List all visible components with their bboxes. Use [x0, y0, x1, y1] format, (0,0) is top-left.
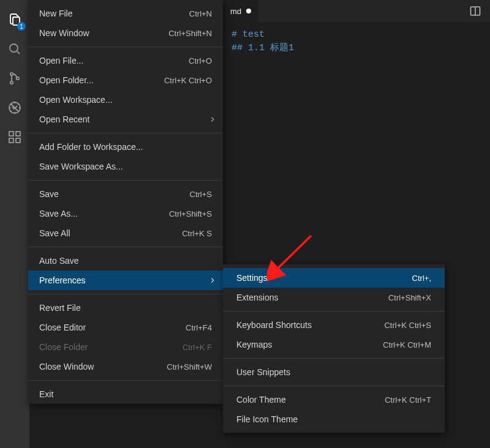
tab-filename: md	[230, 7, 241, 16]
menu-item-shortcut: Ctrl+S	[190, 190, 212, 199]
menu-new-window[interactable]: New Window Ctrl+Shift+N	[28, 23, 223, 43]
menu-item-shortcut: Ctrl+F4	[186, 323, 212, 332]
menu-item-label: New File	[39, 9, 189, 18]
menu-item-label: Close Folder	[39, 342, 183, 352]
menu-item-shortcut: Ctrl+K Ctrl+T	[385, 395, 431, 405]
menu-exit[interactable]: Exit	[28, 384, 223, 404]
submenu-extensions[interactable]: Extensions Ctrl+Shift+X	[223, 288, 445, 307]
menu-item-label: User Snippets	[236, 367, 431, 377]
menu-item-label: Auto Save	[39, 256, 212, 266]
menu-auto-save[interactable]: Auto Save	[28, 251, 223, 271]
menu-item-shortcut: Ctrl+Shift+X	[388, 293, 431, 302]
menu-open-workspace[interactable]: Open Workspace...	[28, 90, 223, 110]
menu-item-label: Save	[39, 189, 190, 199]
menu-separator	[28, 380, 223, 381]
svg-rect-6	[9, 132, 13, 136]
menu-item-label: Save As...	[39, 209, 169, 218]
menu-close-editor[interactable]: Close Editor Ctrl+F4	[28, 318, 223, 337]
menu-item-shortcut: Ctrl+Shift+N	[168, 29, 212, 38]
svg-rect-8	[9, 138, 13, 143]
editor-line-1: # test	[232, 28, 490, 42]
menu-separator	[223, 311, 445, 312]
submenu-settings[interactable]: Settings Ctrl+,	[223, 268, 445, 288]
menu-save[interactable]: Save Ctrl+S	[28, 184, 223, 204]
menu-open-folder[interactable]: Open Folder... Ctrl+K Ctrl+O	[28, 70, 223, 90]
menu-item-label: Keymaps	[236, 340, 375, 349]
extensions-icon	[7, 130, 22, 144]
svg-rect-9	[16, 138, 20, 143]
debug-icon	[7, 100, 22, 115]
chevron-right-icon	[209, 275, 216, 285]
editor-tab[interactable]: md	[223, 0, 258, 22]
menu-item-label: Open File...	[39, 56, 189, 65]
menu-item-label: Settings	[236, 273, 405, 283]
explorer-badge: 1	[17, 22, 26, 31]
menu-item-label: Save All	[39, 228, 182, 238]
menu-item-label: Color Theme	[236, 395, 377, 405]
menu-separator	[28, 133, 223, 133]
menu-close-window[interactable]: Close Window Ctrl+Shift+W	[28, 357, 223, 376]
menu-separator	[28, 47, 223, 47]
menu-item-shortcut: Ctrl+K Ctrl+M	[383, 340, 431, 349]
editor-actions	[469, 5, 490, 17]
search-icon	[7, 42, 22, 56]
menu-item-shortcut: Ctrl+Shift+S	[169, 209, 212, 218]
menu-item-label: Close Window	[39, 362, 167, 371]
svg-point-2	[10, 81, 13, 84]
menu-item-shortcut: Ctrl+O	[189, 56, 212, 65]
menu-item-label: Extensions	[236, 293, 381, 302]
activity-search[interactable]	[0, 34, 29, 64]
chevron-right-icon	[209, 114, 216, 124]
menu-item-label: Open Folder...	[39, 75, 164, 85]
preferences-submenu: Settings Ctrl+, Extensions Ctrl+Shift+X …	[223, 264, 445, 433]
menu-item-label: Open Workspace...	[39, 95, 212, 105]
menu-item-label: Close Editor	[39, 323, 186, 332]
menu-save-workspace-as[interactable]: Save Workspace As...	[28, 157, 223, 176]
submenu-user-snippets[interactable]: User Snippets	[223, 362, 445, 382]
submenu-keymaps[interactable]: Keymaps Ctrl+K Ctrl+M	[223, 335, 445, 354]
menu-preferences[interactable]: Preferences	[28, 271, 223, 290]
menu-save-all[interactable]: Save All Ctrl+K S	[28, 223, 223, 243]
menu-item-shortcut: Ctrl+K F	[183, 343, 212, 352]
menu-item-shortcut: Ctrl+,	[412, 274, 431, 283]
activity-extensions[interactable]	[0, 122, 29, 152]
menu-new-file[interactable]: New File Ctrl+N	[28, 4, 223, 23]
menu-item-shortcut: Ctrl+K Ctrl+O	[164, 76, 212, 85]
submenu-file-icon-theme[interactable]: File Icon Theme	[223, 409, 445, 429]
menu-save-as[interactable]: Save As... Ctrl+Shift+S	[28, 204, 223, 223]
menu-close-folder: Close Folder Ctrl+K F	[28, 337, 223, 357]
submenu-color-theme[interactable]: Color Theme Ctrl+K Ctrl+T	[223, 390, 445, 409]
menu-item-label: New Window	[39, 28, 168, 38]
activity-scm[interactable]	[0, 64, 29, 93]
menu-item-shortcut: Ctrl+K S	[182, 229, 212, 238]
menu-item-shortcut: Ctrl+Shift+W	[167, 362, 212, 371]
menu-open-file[interactable]: Open File... Ctrl+O	[28, 51, 223, 70]
menu-separator	[223, 386, 445, 386]
svg-point-1	[10, 73, 13, 75]
menu-separator	[28, 180, 223, 181]
menu-item-label: Revert File	[39, 303, 212, 313]
file-menu: New File Ctrl+N New Window Ctrl+Shift+N …	[28, 0, 223, 404]
menu-item-shortcut: Ctrl+N	[189, 9, 212, 18]
menu-separator	[28, 247, 223, 247]
menu-add-folder-workspace[interactable]: Add Folder to Workspace...	[28, 137, 223, 157]
activity-debug[interactable]	[0, 93, 29, 122]
tab-dirty-indicator-icon	[246, 9, 251, 13]
source-control-icon	[7, 71, 22, 86]
submenu-keyboard-shortcuts[interactable]: Keyboard Shortcuts Ctrl+K Ctrl+S	[223, 315, 445, 335]
menu-item-label: Save Workspace As...	[39, 162, 212, 171]
menu-revert-file[interactable]: Revert File	[28, 298, 223, 318]
svg-rect-7	[16, 132, 20, 136]
menu-separator	[223, 358, 445, 359]
menu-item-label: Open Recent	[39, 114, 212, 124]
split-editor-icon[interactable]	[469, 5, 481, 17]
svg-point-0	[10, 44, 18, 52]
menu-item-label: Keyboard Shortcuts	[236, 320, 377, 330]
activity-bar: 1	[0, 0, 29, 448]
activity-explorer[interactable]: 1	[0, 5, 29, 34]
menu-item-label: Exit	[39, 389, 212, 399]
menu-open-recent[interactable]: Open Recent	[28, 110, 223, 129]
menu-item-label: Preferences	[39, 275, 212, 285]
svg-point-3	[17, 77, 19, 80]
menu-item-label: Add Folder to Workspace...	[39, 142, 212, 152]
